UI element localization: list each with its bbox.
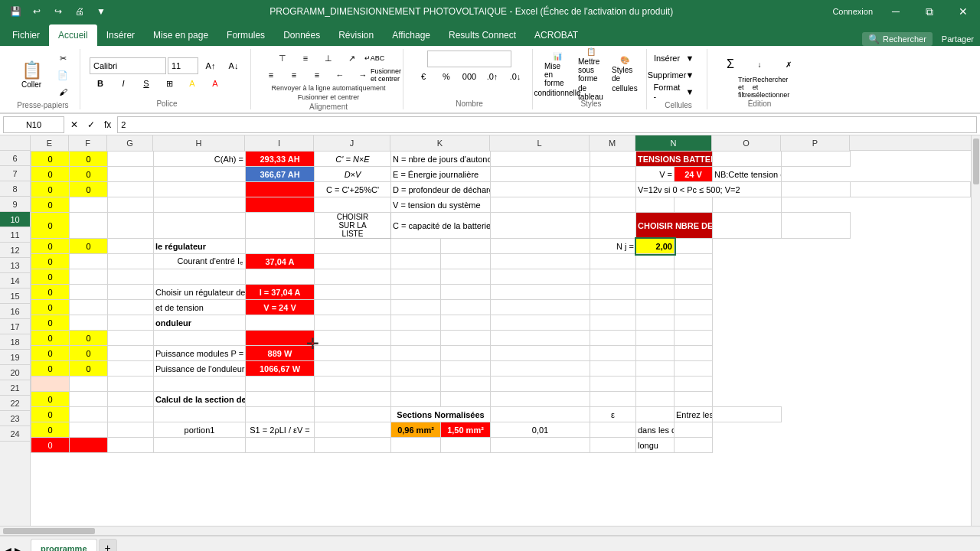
align-top-button[interactable]: ⊤: [272, 51, 293, 66]
cell-K12[interactable]: [391, 254, 441, 269]
cell-F16[interactable]: [70, 315, 108, 331]
italic-button[interactable]: I: [113, 76, 134, 91]
cancel-entry-button[interactable]: ✓: [84, 119, 98, 130]
tab-accueil[interactable]: Accueil: [49, 24, 97, 46]
cell-N23[interactable]: [590, 422, 636, 438]
wrap-text-button[interactable]: ↵ABC: [364, 51, 385, 66]
cell-H6[interactable]: C(Ah) =: [154, 152, 246, 167]
cell-H8[interactable]: [154, 182, 246, 197]
row-header-21[interactable]: 21: [0, 380, 30, 396]
col-header-F[interactable]: F: [69, 135, 107, 151]
formula-input[interactable]: [117, 116, 977, 133]
cell-P20[interactable]: [675, 377, 713, 392]
cell-K17[interactable]: [391, 331, 441, 346]
format-button[interactable]: Format -: [656, 84, 678, 99]
clear-button[interactable]: ✗: [775, 51, 802, 78]
cell-P10[interactable]: [782, 213, 851, 239]
cell-E15[interactable]: 0: [31, 300, 70, 315]
cell-H12[interactable]: Courant d'entré Iₑ: [154, 254, 246, 269]
cell-I18[interactable]: 889 W: [246, 346, 315, 361]
cell-E19[interactable]: 0: [31, 361, 70, 377]
cell-O14[interactable]: [636, 285, 675, 300]
cell-N14[interactable]: [590, 285, 636, 300]
cell-F7[interactable]: 0: [70, 167, 108, 182]
cell-F9[interactable]: [70, 197, 108, 213]
cell-G20[interactable]: [108, 377, 154, 392]
cell-K19[interactable]: [391, 361, 441, 377]
cell-F21[interactable]: [70, 392, 108, 407]
cell-G12[interactable]: [108, 254, 154, 269]
cell-O19[interactable]: [636, 361, 675, 377]
cell-M6[interactable]: [590, 152, 636, 167]
cell-J17[interactable]: [315, 331, 391, 346]
delete-dropdown[interactable]: ▼: [679, 67, 701, 83]
cell-J19[interactable]: [315, 361, 391, 377]
cell-F17[interactable]: 0: [70, 331, 108, 346]
cell-L6[interactable]: [491, 152, 590, 167]
cell-G15[interactable]: [108, 300, 154, 315]
cell-M22[interactable]: ε: [590, 407, 636, 422]
cell-H20[interactable]: [154, 377, 246, 392]
save-button[interactable]: 💾: [6, 3, 24, 20]
customize-button[interactable]: ▼: [92, 3, 110, 20]
cell-G8[interactable]: [108, 182, 154, 197]
cell-P21[interactable]: [675, 392, 713, 407]
cell-P15[interactable]: [675, 300, 713, 315]
cell-M15[interactable]: [491, 300, 590, 315]
cell-O24[interactable]: longu: [636, 438, 675, 453]
cell-K11[interactable]: [391, 239, 441, 254]
cell-H17[interactable]: [154, 331, 246, 346]
cell-P16[interactable]: [675, 315, 713, 331]
cell-H18[interactable]: Puissance modules P =: [154, 346, 246, 361]
insert-button[interactable]: Insérer: [656, 51, 678, 66]
cell-N17[interactable]: [590, 331, 636, 346]
cell-O10[interactable]: [713, 213, 782, 239]
cell-G23[interactable]: [108, 422, 154, 438]
cell-F13[interactable]: [70, 269, 108, 285]
horizontal-scrollbar[interactable]: [0, 526, 980, 535]
cell-G9[interactable]: [108, 197, 154, 213]
cell-N8[interactable]: V=12v si 0 < Pc ≤ 500; V=2: [636, 182, 782, 197]
currency-button[interactable]: €: [413, 69, 434, 84]
cell-H23[interactable]: portion1: [154, 422, 246, 438]
cell-J13[interactable]: [315, 269, 391, 285]
font-name-input[interactable]: [90, 57, 166, 74]
format-dropdown[interactable]: ▼: [679, 84, 701, 99]
insert-function-button[interactable]: fx: [101, 119, 114, 130]
cell-M17[interactable]: [491, 331, 590, 346]
cell-I24[interactable]: [246, 438, 315, 453]
decimal-increase-button[interactable]: .0↑: [482, 69, 503, 84]
cell-E7[interactable]: 0: [31, 167, 70, 182]
cell-O22[interactable]: Entrez les longueurs: [675, 407, 713, 422]
cell-reference-input[interactable]: [3, 116, 64, 133]
cell-N11[interactable]: N j =: [590, 239, 636, 254]
cell-O7[interactable]: 24 V: [675, 167, 713, 182]
cell-E14[interactable]: 0: [31, 285, 70, 300]
cell-M13[interactable]: [491, 269, 590, 285]
cell-P11[interactable]: [675, 239, 713, 254]
cell-P19[interactable]: [675, 361, 713, 377]
cell-F6[interactable]: 0: [70, 152, 108, 167]
cell-N16[interactable]: [590, 315, 636, 331]
cell-M14[interactable]: [491, 285, 590, 300]
table-style-button[interactable]: 📋Mettre sous formede tableau: [576, 54, 606, 94]
cell-I21[interactable]: [246, 392, 315, 407]
cell-O23[interactable]: dans les différentes: [636, 422, 675, 438]
tab-formules[interactable]: Formules: [217, 24, 274, 46]
restore-button[interactable]: ⧉: [919, 3, 940, 20]
copier-button[interactable]: 📄: [52, 67, 74, 83]
col-header-J[interactable]: J: [314, 135, 390, 151]
cell-E13[interactable]: 0: [31, 269, 70, 285]
print-button[interactable]: 🖨: [70, 3, 89, 20]
cell-O15[interactable]: [636, 300, 675, 315]
cell-I23[interactable]: S1 = 2ρLI / εV =: [246, 422, 315, 438]
cell-L12[interactable]: [441, 254, 491, 269]
row-header-14[interactable]: 14: [0, 273, 30, 289]
cell-K7[interactable]: E = Énergie journalière: [391, 167, 491, 182]
add-sheet-button[interactable]: +: [99, 539, 117, 551]
cell-H24[interactable]: [154, 438, 246, 453]
row-header-15[interactable]: 15: [0, 289, 30, 304]
tab-affichage[interactable]: Affichage: [383, 24, 439, 46]
cell-H15[interactable]: et de tension: [154, 300, 246, 315]
cell-K6[interactable]: N = nbre de jours d'autonomie: [391, 152, 491, 167]
